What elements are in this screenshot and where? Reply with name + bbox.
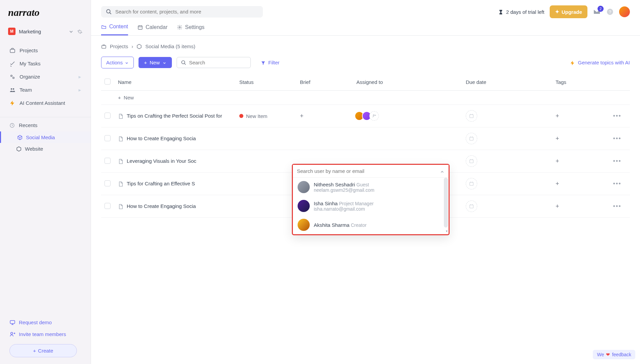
svg-point-2	[13, 77, 14, 79]
local-search-input[interactable]	[189, 60, 246, 65]
row-menu-button[interactable]: •••	[613, 180, 621, 187]
user-avatar-icon	[298, 181, 310, 193]
global-search[interactable]	[101, 6, 263, 18]
due-date-placeholder[interactable]	[466, 110, 477, 122]
nav-my-tasks[interactable]: My Tasks	[0, 57, 91, 70]
upgrade-button[interactable]: ✦ Upgrade	[550, 5, 587, 18]
monitor-icon	[9, 319, 16, 326]
add-brief-button[interactable]: +	[300, 113, 304, 119]
brand-logo: narrato	[0, 7, 91, 25]
nav-ai-assistant[interactable]: AI Content Assistant	[0, 96, 91, 110]
row-checkbox[interactable]	[104, 113, 111, 119]
row-checkbox[interactable]	[104, 135, 111, 141]
svg-rect-20	[470, 205, 474, 208]
new-row-button[interactable]: + New	[115, 91, 630, 105]
cube-icon	[136, 43, 142, 49]
feedback-widget[interactable]: We ❤ feedback	[593, 350, 635, 359]
add-assignee-icon[interactable]	[369, 111, 379, 121]
actions-button[interactable]: Actions	[101, 57, 134, 68]
upgrade-label: Upgrade	[561, 9, 582, 15]
check-icon	[9, 60, 16, 67]
recent-website[interactable]: Website	[0, 143, 91, 154]
user-avatar-icon	[298, 219, 310, 231]
help-button[interactable]: ?	[606, 8, 614, 16]
generate-button[interactable]: Generate topics with AI	[570, 60, 630, 66]
recents-header: Recents	[0, 119, 91, 131]
recents-label: Recents	[19, 122, 37, 128]
user-name: Akshita Sharma	[314, 222, 349, 228]
user-option[interactable]: Nitheesh SeshadriGuestneelam.gswm25@gmai…	[293, 178, 449, 196]
table-row[interactable]: How to Create Engaging Socia+•••	[101, 127, 630, 150]
svg-rect-18	[470, 160, 474, 163]
select-all-checkbox[interactable]	[104, 79, 111, 85]
cog-icon	[9, 73, 16, 80]
scrollbar[interactable]	[444, 178, 448, 228]
content-area: Projects › Social Media (5 items) Action…	[91, 36, 640, 364]
tab-content[interactable]: Content	[101, 24, 128, 35]
due-date-placeholder[interactable]	[466, 201, 477, 212]
sidebar-footer: Request demo Invite team members + Creat…	[0, 316, 91, 357]
due-date-placeholder[interactable]	[466, 133, 477, 144]
workspace-selector[interactable]: M Marketing	[0, 25, 91, 38]
add-tag-button[interactable]: +	[556, 158, 559, 164]
user-search-input[interactable]	[293, 165, 449, 178]
row-menu-button[interactable]: •••	[613, 203, 621, 210]
user-option[interactable]: Akshita SharmaCreator	[293, 215, 449, 234]
table-row[interactable]: Tips on Crafting the Perfect Social Post…	[101, 105, 630, 127]
add-tag-button[interactable]: +	[556, 135, 559, 142]
local-search[interactable]	[177, 57, 251, 68]
notifications-button[interactable]: 2	[593, 8, 601, 16]
row-checkbox[interactable]	[104, 203, 111, 209]
chevron-up-icon[interactable]	[440, 169, 445, 174]
document-icon	[118, 203, 123, 209]
th-due: Due date	[462, 74, 552, 91]
tab-settings[interactable]: Settings	[177, 24, 205, 35]
assigned-avatars[interactable]	[357, 111, 459, 121]
global-search-input[interactable]	[115, 9, 258, 14]
cube-icon	[16, 146, 22, 152]
due-date-placeholder[interactable]	[466, 178, 477, 189]
due-date-placeholder[interactable]	[466, 155, 477, 167]
nav-organize[interactable]: Organize ▸	[0, 70, 91, 83]
create-button[interactable]: + Create	[9, 344, 77, 357]
chevron-down-icon[interactable]	[68, 28, 74, 34]
nav-team[interactable]: Team ▸	[0, 83, 91, 96]
triangle-right-icon: ▸	[79, 74, 81, 80]
recent-social-media[interactable]: Social Media	[0, 131, 91, 143]
new-button[interactable]: + New	[139, 57, 172, 68]
sidebar: narrato M Marketing Projects My Tasks Or…	[0, 0, 91, 364]
new-row-label: New	[124, 95, 134, 100]
triangle-down-icon: ▾	[446, 229, 448, 233]
breadcrumb-root[interactable]: Projects	[110, 43, 128, 49]
create-label: Create	[38, 348, 53, 354]
row-menu-button[interactable]: •••	[613, 158, 621, 164]
tab-calendar[interactable]: Calendar	[138, 24, 167, 35]
row-checkbox[interactable]	[104, 158, 111, 164]
user-role: Project Manager	[339, 201, 374, 206]
add-tag-button[interactable]: +	[556, 113, 559, 119]
heart-icon: ❤	[606, 352, 610, 357]
invite-label: Invite team members	[19, 331, 66, 337]
add-tag-button[interactable]: +	[556, 203, 559, 210]
th-status: Status	[236, 74, 297, 91]
row-status[interactable]: New Item	[239, 113, 293, 119]
user-role: Guest	[357, 182, 369, 187]
chevron-right-icon: ›	[131, 43, 133, 49]
row-menu-button[interactable]: •••	[613, 113, 621, 119]
invite-members-link[interactable]: Invite team members	[8, 328, 83, 340]
document-icon	[118, 113, 123, 119]
row-checkbox[interactable]	[104, 180, 111, 186]
request-demo-link[interactable]: Request demo	[8, 316, 83, 328]
status-dot-icon	[239, 114, 243, 118]
gear-icon[interactable]	[77, 28, 83, 34]
user-option[interactable]: Isha SinhaProject Managerisha.narrato@gm…	[293, 196, 449, 215]
nav-projects[interactable]: Projects	[0, 44, 91, 57]
filter-button[interactable]: Filter	[261, 60, 279, 65]
th-name: Name	[115, 74, 236, 91]
user-avatar[interactable]	[619, 6, 630, 17]
row-menu-button[interactable]: •••	[613, 135, 621, 142]
workspace-badge: M	[8, 28, 16, 35]
add-tag-button[interactable]: +	[556, 180, 559, 187]
briefcase-icon	[101, 43, 106, 49]
calendar-icon	[138, 24, 143, 30]
